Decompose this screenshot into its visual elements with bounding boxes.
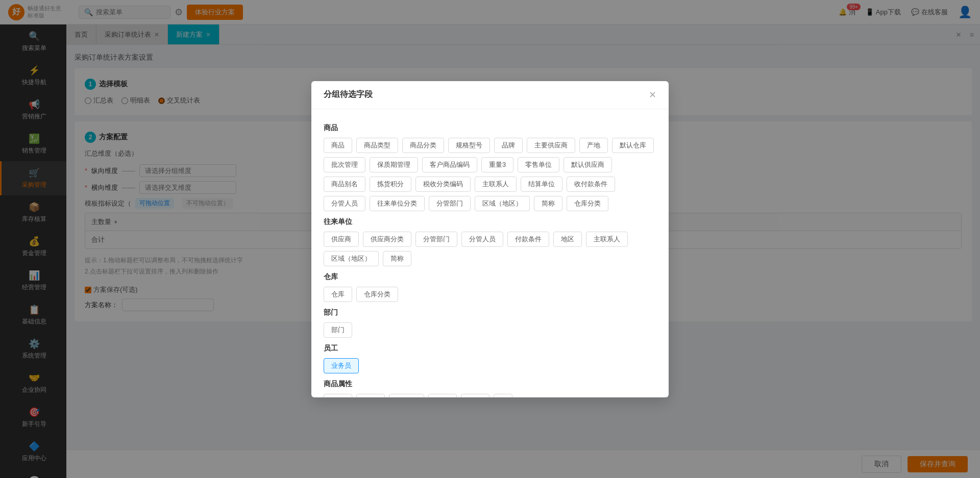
field-grid-attr: 属性颜色多规格尺码鞋码1 [324, 394, 656, 397]
field-chip-重量3[interactable]: 重量3 [481, 157, 513, 172]
field-chip-地区[interactable]: 地区 [553, 232, 582, 247]
field-chip-尺码[interactable]: 尺码 [428, 394, 457, 397]
modal-overlay[interactable]: 分组待选字段 ✕ 商品商品商品类型商品分类规格型号品牌主要供应商产地默认仓库批次… [0, 0, 980, 478]
field-chip-颜色[interactable]: 颜色 [356, 394, 385, 397]
modal-title: 分组待选字段 [324, 89, 373, 100]
section-title-attr: 商品属性 [324, 380, 656, 389]
field-chip-保质期管理[interactable]: 保质期管理 [370, 157, 418, 172]
modal: 分组待选字段 ✕ 商品商品商品类型商品分类规格型号品牌主要供应商产地默认仓库批次… [311, 81, 669, 397]
field-chip-默认供应商[interactable]: 默认供应商 [564, 157, 612, 172]
field-chip-供应商分类[interactable]: 供应商分类 [363, 232, 411, 247]
field-chip-主联系人[interactable]: 主联系人 [475, 177, 517, 192]
field-chip-商品类型[interactable]: 商品类型 [356, 138, 398, 153]
field-chip-分管部门[interactable]: 分管部门 [429, 196, 471, 211]
field-chip-主联系人[interactable]: 主联系人 [586, 232, 628, 247]
modal-close-button[interactable]: ✕ [649, 89, 656, 100]
section-title-goods: 商品 [324, 123, 656, 133]
field-chip-商品[interactable]: 商品 [324, 138, 352, 153]
modal-body: 商品商品商品类型商品分类规格型号品牌主要供应商产地默认仓库批次管理保质期管理客户… [311, 109, 669, 397]
modal-header: 分组待选字段 ✕ [311, 81, 669, 109]
field-chip-付款条件[interactable]: 付款条件 [507, 232, 549, 247]
field-chip-业务员[interactable]: 业务员 [324, 358, 359, 373]
field-chip-仓库[interactable]: 仓库 [324, 287, 352, 302]
field-chip-客户商品编码[interactable]: 客户商品编码 [422, 157, 477, 172]
field-chip-供应商[interactable]: 供应商 [324, 232, 359, 247]
field-grid-dept: 部门 [324, 322, 656, 338]
field-chip-分管人员[interactable]: 分管人员 [461, 232, 503, 247]
field-chip-分管部门[interactable]: 分管部门 [415, 232, 457, 247]
field-chip-结算单位[interactable]: 结算单位 [521, 177, 562, 192]
field-chip-1[interactable]: 1 [494, 394, 512, 397]
field-chip-简称[interactable]: 简称 [534, 196, 562, 211]
field-chip-分管人员[interactable]: 分管人员 [324, 196, 365, 211]
field-chip-拣货积分[interactable]: 拣货积分 [370, 177, 411, 192]
field-chip-区域（地区）[interactable]: 区域（地区） [324, 251, 379, 266]
field-chip-税收分类编码[interactable]: 税收分类编码 [415, 177, 471, 192]
field-chip-多规格[interactable]: 多规格 [389, 394, 424, 397]
section-title-dept: 部门 [324, 308, 656, 317]
field-chip-默认仓库[interactable]: 默认仓库 [612, 138, 654, 153]
field-grid-staff: 业务员 [324, 358, 656, 373]
field-chip-商品分类[interactable]: 商品分类 [402, 138, 444, 153]
field-chip-简称[interactable]: 简称 [383, 251, 411, 266]
field-grid-goods: 商品商品类型商品分类规格型号品牌主要供应商产地默认仓库批次管理保质期管理客户商品… [324, 138, 656, 211]
field-chip-主要供应商[interactable]: 主要供应商 [527, 138, 575, 153]
field-chip-属性[interactable]: 属性 [324, 394, 352, 397]
field-chip-批次管理[interactable]: 批次管理 [324, 157, 365, 172]
field-chip-规格型号[interactable]: 规格型号 [448, 138, 490, 153]
field-chip-部门[interactable]: 部门 [324, 322, 352, 338]
field-chip-零售单位[interactable]: 零售单位 [518, 157, 559, 172]
section-title-staff: 员工 [324, 344, 656, 353]
field-chip-仓库分类[interactable]: 仓库分类 [356, 287, 398, 302]
field-chip-区域（地区）[interactable]: 区域（地区） [475, 196, 530, 211]
section-title-partner: 往来单位 [324, 217, 656, 227]
field-chip-鞋码[interactable]: 鞋码 [461, 394, 489, 397]
field-grid-warehouse: 仓库仓库分类 [324, 287, 656, 302]
field-chip-商品别名[interactable]: 商品别名 [324, 177, 365, 192]
field-chip-品牌[interactable]: 品牌 [494, 138, 523, 153]
field-chip-往来单位分类[interactable]: 往来单位分类 [370, 196, 425, 211]
field-chip-收付款条件[interactable]: 收付款条件 [567, 177, 615, 192]
field-chip-产地[interactable]: 产地 [579, 138, 608, 153]
section-title-warehouse: 仓库 [324, 272, 656, 282]
field-grid-partner: 供应商供应商分类分管部门分管人员付款条件地区主联系人区域（地区）简称 [324, 232, 656, 266]
field-chip-仓库分类[interactable]: 仓库分类 [567, 196, 608, 211]
